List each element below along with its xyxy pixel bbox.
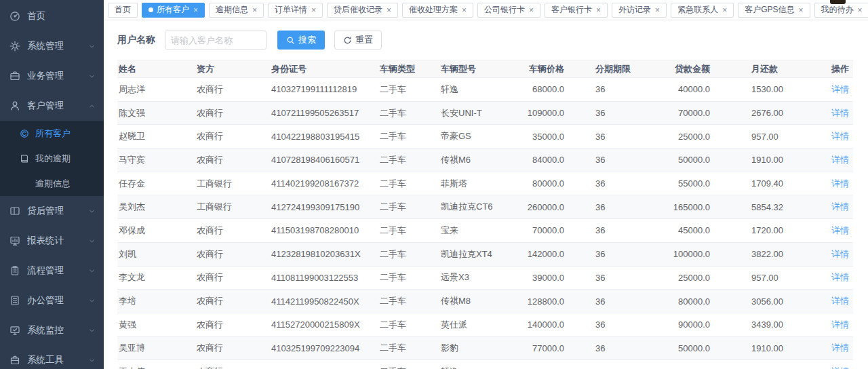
detail-link[interactable]: 详情 [831,155,849,165]
cell-term: 36 [568,266,639,290]
sidebar-subitem-逾期信息[interactable]: 逾期信息 [0,171,104,196]
detail-link[interactable]: 详情 [831,201,849,212]
sidebar-subitem-label: 逾期信息 [35,178,71,190]
cell-monthly: 957.00 [714,125,792,149]
sidebar-item-系统管理[interactable]: 系统管理 [0,31,104,61]
detail-link[interactable]: 详情 [831,225,849,235]
search-input[interactable] [165,31,267,50]
tab-所有客户[interactable]: 所有客户× [142,3,205,18]
tab-我的待办[interactable]: 我的待办× [814,3,868,18]
cell-name: 赵晓卫 [117,125,195,149]
cell-price: 140000.0 [521,313,568,336]
cell-monthly: 1910.00 [714,149,792,172]
cell-model: 英仕派 [439,313,521,336]
tab-客户银行卡[interactable]: 客户银行卡× [545,3,608,18]
process-icon [9,265,20,276]
detail-link[interactable]: 详情 [831,131,849,141]
cell-monthly: 1910.00 [714,336,792,360]
sidebar-item-流程管理[interactable]: 流程管理 [0,256,104,286]
cell-model: 轩逸 [439,78,521,102]
sidebar-item-label: 报表统计 [27,235,88,247]
sidebar-subitem-我的逾期[interactable]: 我的逾期 [0,146,104,171]
sidebar-subitem-label: 我的逾期 [35,153,71,165]
sidebar-item-客户管理[interactable]: 客户管理 [0,91,104,121]
sidebar-item-报表统计[interactable]: 报表统计 [0,226,104,256]
detail-link[interactable]: 详情 [831,108,849,118]
tab-外访记录[interactable]: 外访记录× [612,3,667,18]
cell-actions: 详情 [792,101,853,125]
tab-紧急联系人[interactable]: 紧急联系人× [671,3,734,18]
close-icon[interactable]: × [596,6,601,14]
cell-model: 凯迪拉克XT4 [439,242,521,266]
close-icon[interactable]: × [311,6,316,14]
table-row: 吴亚博农商行410325199709223094二手车影豹77000.03650… [117,336,853,360]
sidebar-item-首页[interactable]: 首页 [0,1,104,31]
tab-首页[interactable]: 首页 [108,3,138,18]
sidebar-item-贷后管理[interactable]: 贷后管理 [0,196,104,226]
column-header-操作: 操作 [792,60,853,78]
table-row: 陈文强农商行410721199505263517二手车长安UNI-T109000… [117,101,853,125]
close-icon[interactable]: × [387,6,391,14]
close-icon[interactable]: × [798,6,803,14]
cell-price: 68000.0 [521,360,568,369]
tab-订单详情[interactable]: 订单详情× [268,3,323,18]
tab-公司银行卡[interactable]: 公司银行卡× [477,3,540,18]
sidebar-item-办公管理[interactable]: 办公管理 [0,286,104,315]
avatar[interactable] [830,0,846,4]
close-icon[interactable]: × [462,6,467,14]
cell-term: 36 [568,78,639,102]
sidebar-subitem-所有客户[interactable]: 所有客户 [0,121,104,146]
column-header-分期期限: 分期期限 [568,60,639,78]
close-icon[interactable]: × [722,6,727,14]
detail-link[interactable]: 详情 [831,84,849,94]
detail-link[interactable]: 详情 [831,249,849,259]
chevron-down-icon [88,267,96,275]
detail-link[interactable]: 详情 [831,319,849,330]
cell-price: 84000.0 [521,149,568,172]
cell-loan: 55000.0 [639,172,714,195]
close-icon[interactable]: × [252,6,257,14]
cell-term: 36 [568,101,639,125]
tab-贷后催收记录[interactable]: 贷后催收记录× [327,3,398,18]
customers-table: 姓名资方身份证号车辆类型车辆型号车辆价格分期期限贷款金额月还款操作 周志洋农商行… [117,60,853,369]
cell-name: 黄强 [117,313,195,336]
cell-name: 吴刘杰 [117,195,195,219]
chevron-down-icon [88,73,96,80]
column-header-车辆类型: 车辆类型 [378,60,439,78]
tab-客户GPS信息[interactable]: 客户GPS信息× [738,3,810,18]
cell-term: 36 [568,242,639,266]
cell-actions: 详情 [792,336,853,360]
sidebar-item-系统监控[interactable]: 系统监控 [0,315,104,345]
close-icon[interactable]: × [655,6,660,14]
close-icon[interactable]: × [193,6,198,14]
sidebar-item-业务管理[interactable]: 业务管理 [0,61,104,91]
cell-name: 李培 [117,290,195,313]
cell-price: 68000.0 [521,78,568,102]
cell-monthly: 3822.00 [714,242,792,266]
chevron-down-icon [88,327,96,334]
detail-link[interactable]: 详情 [831,343,849,353]
table-row: 赵晓卫农商行410422198803195415二手车帝豪GS35000.036… [117,125,853,149]
cell-loan: 50000.0 [639,149,714,172]
cell-loan: 50000.0 [639,336,714,360]
search-button[interactable]: 搜索 [277,31,325,50]
cell-model: 轩逸 [439,360,521,369]
close-icon[interactable]: × [529,6,534,14]
detail-link[interactable]: 详情 [831,178,849,189]
chevron-down-icon [88,43,96,50]
detail-link[interactable]: 详情 [831,272,849,282]
tab-label: 逾期信息 [216,4,248,16]
reset-button[interactable]: 重置 [334,31,382,50]
layout-icon [9,206,20,216]
sidebar-item-label: 贷后管理 [27,205,88,217]
tab-逾期信息[interactable]: 逾期信息× [209,3,264,18]
close-icon[interactable]: × [858,6,863,14]
cell-vehicle_type: 二手车 [378,125,439,149]
column-header-月还款: 月还款 [714,60,792,78]
detail-link[interactable]: 详情 [831,296,849,306]
cell-name: 王志伟 [117,360,195,369]
tab-催收处理方案[interactable]: 催收处理方案× [402,3,473,18]
cell-term: 36 [568,336,639,360]
detail-link[interactable]: 详情 [831,366,849,369]
sidebar-item-系统工具[interactable]: 系统工具 [0,345,104,369]
